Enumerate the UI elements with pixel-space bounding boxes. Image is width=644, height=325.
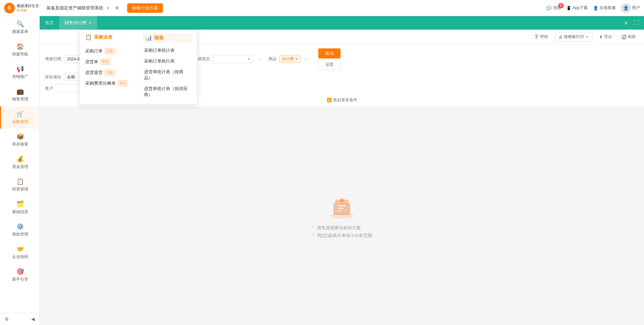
refresh-label: 刷新 [628,34,636,40]
sidebar-bottom: ⚙ ◀ [0,313,39,325]
newguide-icon: 🎯 [16,268,24,275]
report-menu-icon: 📊 [145,35,152,41]
help-button[interactable]: ❓ 帮助 [531,33,551,41]
set-button[interactable]: 设置 [318,60,341,70]
messages-button[interactable]: 💬 消息 9 [546,5,561,11]
purchase-menu-icon: 📋 [85,34,92,40]
tab-action-maximize[interactable]: ⛶ [632,18,641,28]
menu-item-inbound[interactable]: 进货单 历史 [85,56,133,67]
sidebar-item-newguide[interactable]: 🎯 新手引导 [0,264,39,286]
filter-rank-label: 排名项目 [45,74,61,80]
user-avatar: 👤 [621,3,631,13]
tab-action-close[interactable]: ✕ [621,18,631,28]
menu-item-inbound-stat-supplier[interactable]: 进货单统计表（按供应商） [144,83,192,100]
system-title-text: 装备及固定资产辅助管理系统 [46,5,103,11]
tab-close-icon[interactable]: ✕ [88,21,92,25]
po-stat-label: 采购订单统计表 [144,47,175,53]
sidebar-item-operations[interactable]: 📋 经营管理 [0,174,39,196]
menu-item-purchase-order[interactable]: 采购订单 历史 [85,46,133,56]
sidebar-item-system[interactable]: ⚙️ 系统管理 [0,219,39,241]
sidebar-item-marketing[interactable]: 📢 营销推广 [0,61,39,84]
print-arrow[interactable]: ▼ [585,35,589,39]
dropdown-col2-title-text: 报表 [154,35,164,41]
sidebar-item-finance[interactable]: 💰 资金管理 [0,151,39,174]
sidebar-item-purchase[interactable]: 🛒 采购管理 [0,106,39,129]
gear-button[interactable]: ⚙ [112,3,122,13]
top-header: 6 畅捷通好生意 标准版 装备及固定资产辅助管理系统 ▼ ⚙ 体验行业方案 💬 … [0,0,644,16]
app-download-button[interactable]: 📱 App下载 [566,5,588,11]
help-icon: ❓ [534,35,539,39]
po-exec-label: 采购订单执行表 [144,58,175,64]
sidebar-item-inventory[interactable]: 📦 库存核算 [0,129,39,151]
sidebar-item-search[interactable]: 🔍 搜索菜单 [0,16,39,39]
menu-item-po-stat[interactable]: 采购订单统计表 [144,45,192,56]
menu-item-inbound-stat-goods[interactable]: 进货单统计表（按商品） [144,67,192,83]
collapse-label: 收起更多条件 [333,97,357,103]
help-label: 帮助 [540,34,548,40]
sidebar-item-sales[interactable]: 💼 销售管理 [0,84,39,106]
tab-home[interactable]: 首页 [40,16,59,30]
title-dropdown-arrow[interactable]: ▼ [106,6,110,10]
filter-status-item: 单据状态 ··· [194,55,263,63]
sidebar-label-quicknav: 快捷导航 [12,51,28,57]
collapse-arrow-icon: 🔼 [327,98,332,103]
logo-icon: 6 [4,3,15,13]
history-tag-3: 历史 [105,70,115,76]
refresh-button[interactable]: 🔄 刷新 [619,33,639,41]
history-tag-2: 历史 [100,59,110,65]
sidebar-label-collab: 企业协同 [12,254,28,260]
sidebar-item-quicknav[interactable]: 🏠 快捷导航 [0,39,39,61]
header-right: 💬 消息 9 📱 App下载 👤 在线客服 👤 用户 [546,3,640,13]
export-icon: ⬆ [599,35,603,39]
app-label: App下载 [573,5,588,11]
service-icon: 👤 [593,6,598,10]
menu-item-inbound-return[interactable]: 进货退货 历史 [85,67,133,78]
system-title-area: 装备及固定资产辅助管理系统 ▼ ⚙ 体验行业方案 [46,3,546,13]
sidebar: 🔍 搜索菜单 🏠 快捷导航 📢 营销推广 💼 销售管理 🛒 采购管理 📦 库存核… [0,16,40,325]
user-area[interactable]: 👤 用户 [621,3,640,13]
logo-title: 畅捷通好生意 [17,3,39,8]
industry-button[interactable]: 体验行业方案 [127,3,163,13]
svg-point-3 [340,198,344,202]
query-button[interactable]: 查询 [318,48,341,58]
sidebar-label-inventory: 库存核算 [12,141,28,147]
purchase-expense-label: 采购费用分摊单 [85,80,116,86]
online-service-button[interactable]: 👤 在线客服 [593,5,616,11]
tab-home-label: 首页 [45,20,54,26]
dropdown-col2-title: 📊 报表 [143,33,193,42]
user-label: 用户 [632,5,640,11]
menu-item-purchase-expense[interactable]: 采购费用分摊单 历史 [85,78,133,89]
dropdown-col1-title-text: 采购业务 [94,34,113,40]
status-dots-btn[interactable]: ··· [256,56,263,62]
goods-dots-btn[interactable]: ··· [303,56,310,62]
sidebar-settings-btn[interactable]: ⚙ [5,317,9,322]
operations-icon: 📋 [16,178,24,185]
sidebar-item-collab[interactable]: 🤝 企业协同 [0,241,39,264]
status-select[interactable] [213,55,253,63]
svg-rect-4 [338,205,346,206]
sidebar-label-basicinfo: 基础信息 [12,209,28,215]
empty-tips: 请先选择要分析的方案 用[过滤]条件来缩小分析范围 [312,224,372,240]
export-button[interactable]: ⬆ 导出 [597,33,615,41]
print-button[interactable]: 🖨 按模板打印 ▼ [555,32,593,41]
tab-sales-rank[interactable]: 销售排行榜 ✕ [59,16,97,30]
print-label: 按模板打印 [564,34,584,40]
purchase-order-label: 采购订单 [85,48,103,54]
tab-actions: ✕ ⛶ [621,18,644,28]
sidebar-item-basicinfo[interactable]: 🗂️ 基础信息 [0,196,39,219]
dropdown-col-report: 📊 报表 采购订单统计表 采购订单执行表 进货单统计表（按商品） 进货单统计表（… [138,34,197,100]
sidebar-label-operations: 经营管理 [12,187,28,192]
collapse-button[interactable]: 🔼 收起更多条件 [327,97,357,103]
menu-item-po-exec[interactable]: 采购订单执行表 [144,56,192,67]
export-label: 导出 [604,34,612,40]
collab-icon: 🤝 [16,245,24,253]
service-label: 在线客服 [600,5,616,11]
goods-tag-close[interactable]: ✕ [295,57,298,61]
sidebar-label-finance: 资金管理 [12,164,28,170]
sales-icon: 💼 [16,88,24,95]
finance-icon: 💰 [16,155,24,163]
sidebar-collapse-btn[interactable]: ◀ [31,317,35,322]
sidebar-label-sales: 销售管理 [12,96,28,102]
inventory-icon: 📦 [16,133,24,140]
sidebar-label-newguide: 新手引导 [12,277,28,282]
